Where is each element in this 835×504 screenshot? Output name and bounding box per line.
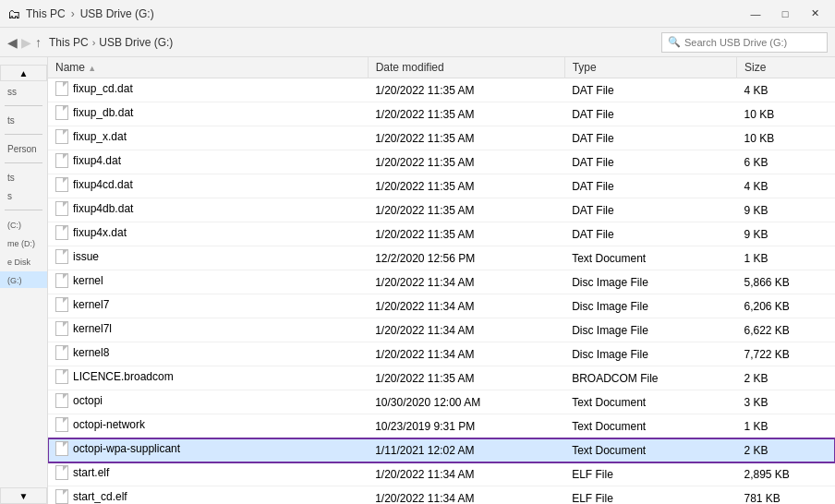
sidebar-item-d[interactable]: me (D:) [0, 234, 47, 251]
file-icon [55, 369, 68, 384]
col-header-date[interactable]: Date modified [368, 57, 564, 78]
search-box[interactable]: 🔍 [661, 32, 828, 53]
file-size: 781 KB [737, 486, 836, 505]
file-size: 6,206 KB [737, 294, 836, 318]
col-header-type[interactable]: Type [564, 57, 736, 78]
file-name: kernel8 [73, 346, 109, 359]
file-name-cell: fixup4.dat [48, 150, 368, 174]
file-date: 1/11/2021 12:02 AM [368, 438, 564, 462]
table-row[interactable]: octopi 10/30/2020 12:00 AMText Document3… [48, 390, 835, 414]
table-row[interactable]: fixup_db.dat 1/20/2022 11:35 AMDAT File1… [48, 102, 835, 126]
title-sep1: › [71, 7, 75, 20]
file-icon [55, 201, 68, 216]
file-icon [55, 177, 68, 192]
file-icon [55, 417, 68, 432]
window-controls: — □ ✕ [743, 4, 828, 24]
table-row[interactable]: kernel8 1/20/2022 11:34 AMDisc Image Fil… [48, 342, 835, 366]
minimize-button[interactable]: — [743, 4, 768, 24]
table-row[interactable]: octopi-wpa-supplicant 1/11/2021 12:02 AM… [48, 438, 835, 462]
sidebar: ▲ ss ts Person ts s (C:) me (D:) e Disk … [0, 57, 48, 504]
sidebar-item-ss[interactable]: ss [0, 83, 47, 100]
file-type: Disc Image File [564, 318, 736, 342]
sidebar-scroll-up[interactable]: ▲ [0, 65, 47, 81]
table-row[interactable]: fixup_x.dat 1/20/2022 11:35 AMDAT File10… [48, 126, 835, 150]
table-row[interactable]: fixup4.dat 1/20/2022 11:35 AMDAT File6 K… [48, 150, 835, 174]
up-button[interactable]: ↑ [35, 35, 42, 50]
maximize-button[interactable]: □ [772, 4, 798, 24]
table-row[interactable]: fixup_cd.dat 1/20/2022 11:35 AMDAT File4… [48, 78, 835, 102]
file-name: issue [73, 250, 99, 263]
sidebar-item-disk[interactable]: e Disk [0, 253, 47, 270]
table-row[interactable]: start.elf 1/20/2022 11:34 AMELF File2,89… [48, 462, 835, 486]
table-row[interactable]: fixup4x.dat 1/20/2022 11:35 AMDAT File9 … [48, 222, 835, 246]
file-size: 10 KB [737, 102, 836, 126]
sidebar-divider-4 [5, 210, 42, 210]
file-icon [55, 489, 68, 504]
sidebar-item-c[interactable]: (C:) [0, 216, 47, 233]
file-type: DAT File [564, 198, 736, 222]
table-header: Name ▲ Date modified Type Size [48, 57, 835, 78]
breadcrumb-drive[interactable]: USB Drive (G:) [99, 36, 173, 49]
file-date: 1/20/2022 11:35 AM [368, 126, 564, 150]
file-type: Text Document [564, 414, 736, 438]
file-type: DAT File [564, 78, 736, 102]
file-type: Disc Image File [564, 270, 736, 294]
breadcrumb-sep: › [92, 37, 96, 48]
sidebar-scroll-down[interactable]: ▼ [0, 487, 47, 504]
table-row[interactable]: LICENCE.broadcom 1/20/2022 11:35 AMBROAD… [48, 366, 835, 390]
file-size: 2,895 KB [737, 462, 836, 486]
file-icon [55, 465, 68, 480]
file-date: 1/20/2022 11:35 AM [368, 198, 564, 222]
title-icon: 🗂 [7, 6, 20, 21]
table-row[interactable]: start_cd.elf 1/20/2022 11:34 AMELF File7… [48, 486, 835, 505]
breadcrumb-this-pc[interactable]: This PC [49, 36, 89, 49]
file-name-cell: LICENCE.broadcom [48, 366, 368, 390]
file-size: 10 KB [737, 126, 836, 150]
sidebar-item-g[interactable]: (G:) [0, 271, 47, 288]
table-row[interactable]: octopi-network 10/23/2019 9:31 PMText Do… [48, 414, 835, 438]
file-date: 1/20/2022 11:35 AM [368, 150, 564, 174]
file-icon [55, 273, 68, 288]
file-type: Text Document [564, 390, 736, 414]
forward-button[interactable]: ▶ [21, 35, 31, 50]
file-name-cell: kernel7l [48, 318, 368, 342]
sidebar-divider-1 [5, 105, 42, 106]
file-size: 9 KB [737, 222, 836, 246]
sidebar-item-ts2[interactable]: ts [0, 169, 47, 186]
table-row[interactable]: kernel7 1/20/2022 11:34 AMDisc Image Fil… [48, 294, 835, 318]
file-size: 6,622 KB [737, 318, 836, 342]
table-row[interactable]: issue 12/2/2020 12:56 PMText Document1 K… [48, 246, 835, 270]
table-row[interactable]: fixup4db.dat 1/20/2022 11:35 AMDAT File9… [48, 198, 835, 222]
col-header-name[interactable]: Name ▲ [48, 57, 368, 78]
file-size: 3 KB [737, 390, 836, 414]
file-size: 4 KB [737, 174, 836, 198]
table-row[interactable]: fixup4cd.dat 1/20/2022 11:35 AMDAT File4… [48, 174, 835, 198]
title-bar: 🗂 This PC › USB Drive (G:) — □ ✕ [0, 0, 835, 28]
back-button[interactable]: ◀ [7, 35, 18, 50]
file-name: fixup_cd.dat [73, 82, 133, 95]
file-icon [55, 321, 68, 336]
search-input[interactable] [684, 37, 821, 48]
file-type: BROADCOM File [564, 366, 736, 390]
table-row[interactable]: kernel7l 1/20/2022 11:34 AMDisc Image Fi… [48, 318, 835, 342]
file-icon [55, 225, 68, 240]
file-name: start_cd.elf [73, 490, 127, 503]
file-icon [55, 345, 68, 360]
file-name: octopi-wpa-supplicant [73, 442, 180, 455]
file-name: start.elf [73, 466, 109, 479]
table-row[interactable]: kernel 1/20/2022 11:34 AMDisc Image File… [48, 270, 835, 294]
file-type: ELF File [564, 462, 736, 486]
file-size: 1 KB [737, 246, 836, 270]
file-icon [55, 105, 68, 120]
file-type: Disc Image File [564, 342, 736, 366]
breadcrumb[interactable]: This PC › USB Drive (G:) [49, 36, 173, 49]
sidebar-item-person[interactable]: Person [0, 140, 47, 157]
file-size: 2 KB [737, 366, 836, 390]
file-area[interactable]: Name ▲ Date modified Type Size fixup_cd.… [48, 57, 835, 504]
sidebar-item-ts1[interactable]: ts [0, 112, 47, 128]
file-size: 5,866 KB [737, 270, 836, 294]
file-date: 1/20/2022 11:35 AM [368, 78, 564, 102]
col-header-size[interactable]: Size [737, 57, 836, 78]
close-button[interactable]: ✕ [802, 4, 828, 24]
sidebar-item-s[interactable]: s [0, 187, 47, 204]
